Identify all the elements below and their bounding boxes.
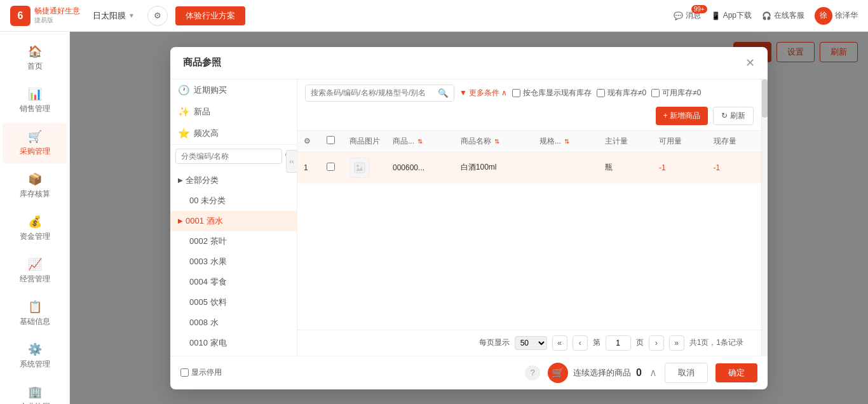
sidebar-item-7[interactable]: ⚙️系统管理 — [3, 336, 67, 376]
sidebar-item-6[interactable]: 📋基础信息 — [3, 293, 67, 333]
col-spec-header[interactable]: 规格... ⇅ — [533, 131, 599, 152]
category-item-liquor[interactable]: ▶ 0001 酒水 — [170, 211, 297, 231]
help-icon[interactable]: ? — [525, 365, 540, 380]
category-item-appliance[interactable]: 0010 家电 — [170, 333, 297, 353]
logo-sub: 捷易版 — [34, 16, 80, 25]
logo-area: 6 畅捷通好生意 捷易版 — [10, 6, 80, 26]
prev-page-button[interactable]: ‹ — [573, 335, 588, 351]
category-item-all[interactable]: ▶ 全部分类 — [170, 170, 297, 191]
product-search-button[interactable]: 🔍 — [433, 85, 454, 101]
online-service-item[interactable]: 🎧 在线客服 — [762, 10, 804, 21]
nav-right: 💬 消息 99+ 📱 App下载 🎧 在线客服 徐 徐泽华 — [674, 7, 858, 25]
col-code-header[interactable]: 商品... ⇅ — [386, 131, 454, 152]
collapse-icon[interactable]: ∧ — [649, 367, 657, 379]
trial-button[interactable]: 体验行业方案 — [175, 6, 245, 25]
modal: 商品参照 ✕ 🕐 近期购买 ✨ — [170, 47, 768, 389]
sidebar-label-1: 销售管理 — [20, 104, 50, 114]
cart-area: 🛒 连续选择的商品 0 — [548, 363, 642, 383]
available-stock-checkbox[interactable]: 可用库存≠0 — [651, 88, 701, 98]
table-header-row: ⚙ 商品图片 商品... ⇅ 商品名称 — [297, 131, 761, 152]
sidebar-icon-4: 💰 — [28, 215, 42, 229]
row-unit: 瓶 — [599, 152, 653, 183]
sidebar-item-2[interactable]: 🛒采购管理 — [3, 123, 67, 163]
warehouse-stock-checkbox[interactable]: 按仓库显示现有库存 — [512, 88, 592, 98]
add-product-button[interactable]: + 新增商品 — [656, 107, 708, 125]
pagination: 每页显示 50 10 20 100 « ‹ 第 页 — [297, 330, 761, 356]
filter-button[interactable]: ▼ 更多条件 ∧ — [459, 88, 507, 98]
quick-item-recent-label: 近期购买 — [194, 84, 227, 96]
table-row[interactable]: 1 — [297, 152, 761, 183]
cancel-button[interactable]: 取消 — [665, 363, 708, 383]
scrollbar[interactable] — [761, 79, 768, 356]
toolbar: 🔍 ▼ 更多条件 ∧ 按仓库显示现有库存 — [297, 79, 761, 131]
sidebar-icon-2: 🛒 — [28, 130, 42, 144]
footer-right: ? 🛒 连续选择的商品 0 ∧ 取消 确定 — [525, 363, 757, 383]
dropdown-label: 日太阳膜 — [93, 10, 126, 22]
category-item-fruit[interactable]: 0003 水果 — [170, 252, 297, 272]
category-item-tea[interactable]: 0002 茶叶 — [170, 231, 297, 252]
cart-count: 0 — [636, 367, 642, 379]
collapse-panel-button[interactable]: ‹‹ — [286, 150, 297, 173]
refresh-icon: ↻ — [721, 111, 728, 120]
messages-item[interactable]: 💬 消息 99+ — [674, 10, 701, 21]
sidebar-label-0: 首页 — [27, 61, 43, 72]
current-stock-checkbox[interactable]: 现有库存≠0 — [597, 88, 646, 98]
sidebar: 🏠首页📊销售管理🛒采购管理📦库存核算💰资金管理📈经营管理📋基础信息⚙️系统管理🏢… — [0, 32, 70, 404]
row-code: 000600... — [386, 152, 454, 183]
page-word-label: 第 — [593, 337, 600, 348]
next-page-button[interactable]: › — [649, 335, 664, 351]
sidebar-label-5: 经营管理 — [20, 274, 50, 285]
logo-text: 畅捷通好生意 — [34, 6, 80, 15]
sidebar-icon-0: 🏠 — [28, 44, 42, 58]
quick-item-frequent[interactable]: ⭐ 频次高 — [170, 123, 297, 144]
user-avatar-item[interactable]: 徐 徐泽华 — [815, 7, 858, 25]
online-service-label: 在线客服 — [774, 10, 804, 21]
category-item-water[interactable]: 0008 水 — [170, 313, 297, 333]
quick-item-new-label: 新品 — [194, 106, 210, 118]
cart-icon[interactable]: 🛒 — [548, 363, 568, 383]
quick-item-new[interactable]: ✨ 新品 — [170, 101, 297, 123]
sidebar-item-4[interactable]: 💰资金管理 — [3, 208, 67, 248]
row-seq: 1 — [297, 152, 320, 183]
quick-item-recent[interactable]: 🕐 近期购买 — [170, 79, 297, 101]
col-name-header[interactable]: 商品名称 ⇅ — [454, 131, 533, 152]
sidebar-item-5[interactable]: 📈经营管理 — [3, 251, 67, 291]
category-list: ▶ 全部分类 00 未分类 ▶ 0001 酒水 — [170, 168, 297, 356]
page-size-select[interactable]: 50 10 20 100 — [515, 336, 547, 350]
sidebar-item-0[interactable]: 🏠首页 — [3, 38, 67, 78]
category-item-drink[interactable]: 0005 饮料 — [170, 292, 297, 313]
confirm-button[interactable]: 确定 — [715, 363, 757, 382]
col-settings[interactable]: ⚙ — [297, 131, 320, 152]
sidebar-item-8[interactable]: 🏢企业协同 — [3, 379, 67, 404]
nav-dropdown[interactable]: 日太阳膜 ▼ — [88, 8, 140, 24]
settings-icon[interactable]: ⚙ — [147, 6, 168, 26]
refresh-button[interactable]: ↻ 刷新 — [713, 107, 754, 125]
sidebar-icon-1: 📊 — [28, 87, 42, 101]
category-item-uncategorized[interactable]: 00 未分类 — [170, 191, 297, 211]
logo-text-area: 畅捷通好生意 捷易版 — [34, 6, 80, 24]
star-icon: ⭐ — [178, 128, 190, 139]
show-disabled-checkbox[interactable]: 显示停用 — [180, 367, 222, 378]
page-suffix-label: 页 — [636, 337, 644, 348]
modal-close-button[interactable]: ✕ — [745, 56, 755, 70]
last-page-button[interactable]: » — [669, 335, 684, 351]
row-available: -1 — [653, 152, 707, 183]
sidebar-item-1[interactable]: 📊销售管理 — [3, 81, 67, 121]
product-search-input[interactable] — [306, 85, 433, 100]
scrollbar-thumb[interactable] — [762, 79, 768, 118]
first-page-button[interactable]: « — [552, 335, 567, 351]
filter-icon: ▼ — [459, 88, 467, 97]
row-checkbox[interactable] — [320, 152, 343, 183]
col-checkbox[interactable] — [320, 131, 343, 152]
category-search-input[interactable] — [175, 149, 282, 164]
current-page-input[interactable] — [606, 335, 631, 351]
sidebar-icon-7: ⚙️ — [28, 342, 42, 356]
category-item-snack[interactable]: 0004 零食 — [170, 272, 297, 292]
app-download-item[interactable]: 📱 App下载 — [711, 10, 752, 21]
row-image — [343, 152, 386, 183]
sidebar-label-3: 库存核算 — [20, 189, 50, 199]
page-size-label: 每页显示 — [479, 337, 510, 348]
message-badge: 99+ — [691, 5, 707, 13]
sidebar-icon-5: 📈 — [28, 257, 42, 271]
sidebar-item-3[interactable]: 📦库存核算 — [3, 166, 67, 206]
